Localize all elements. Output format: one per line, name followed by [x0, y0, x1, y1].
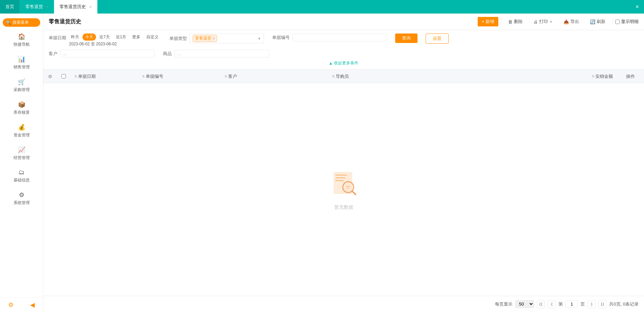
page-number-input[interactable] [566, 300, 578, 308]
settings-button[interactable]: 设置 [426, 34, 449, 44]
table-container: ⚙ ⇅ 单据日期 ⇅ 单据编号 ⇅ 客户 ⇅ [43, 70, 644, 296]
table-header: ⚙ ⇅ 单据日期 ⇅ 单据编号 ⇅ 客户 ⇅ [43, 70, 644, 83]
page-title: 零售退货历史 [49, 18, 81, 25]
tab-home[interactable]: 首页 [0, 0, 20, 14]
page-prev-button[interactable]: ⟨ [548, 300, 556, 308]
goods-filter-group: 商品 ... [163, 50, 269, 58]
menu-bottom-button[interactable]: ◀ [30, 301, 35, 309]
date-filter-label: 单据日期 [49, 34, 66, 42]
search-menu-label: 搜索菜单 [13, 20, 29, 25]
sidebar-item-label: 基础信息 [14, 177, 30, 183]
close-retail-return[interactable]: × [46, 5, 48, 9]
empty-icon-svg [329, 169, 359, 199]
sidebar-item-finance-mgmt[interactable]: 💰 资金管理 [0, 119, 43, 142]
collapse-up-icon: ▲ [329, 61, 333, 66]
date-btn-more[interactable]: 更多 [129, 34, 143, 41]
collapse-button[interactable]: ▲ 收起更多条件 [329, 60, 359, 66]
sidebar-item-system-mgmt[interactable]: ⚙ 系统管理 [0, 187, 43, 210]
date-btn-yesterday[interactable]: 昨天 [68, 34, 82, 41]
sidebar-item-label: 库存核算 [14, 110, 30, 115]
system-mgmt-icon: ⚙ [19, 191, 24, 199]
page-next-button[interactable]: ⟩ [588, 300, 596, 308]
refresh-button[interactable]: 🔄 刷新 [586, 17, 610, 26]
select-all-checkbox[interactable] [62, 74, 66, 79]
tab-retail-return[interactable]: 零售退货 × [20, 0, 54, 14]
nav-items: 🏠 快捷导航 📊 销售管理 🛒 采购管理 📦 库存核算 💰 资金管理 📈 [0, 29, 43, 297]
svg-rect-7 [346, 186, 350, 187]
svg-rect-2 [335, 177, 345, 178]
window-close-button[interactable]: × [630, 0, 644, 14]
page-last-button[interactable]: ⟩⟩ [598, 300, 606, 308]
sidebar-item-purchase-mgmt[interactable]: 🛒 采购管理 [0, 74, 43, 97]
sidebar-item-label: 系统管理 [14, 200, 30, 206]
th-number: ⇅ 单据编号 [138, 71, 220, 82]
date-filter-options: 昨天 今天 近7天 近1月 更多 自定义 2023-06-02 至 2023-0… [68, 34, 161, 47]
inventory-icon: 📦 [18, 101, 25, 108]
search-menu-button[interactable]: 🔍 搜索菜单 [3, 18, 40, 27]
empty-text: 暂无数据 [334, 204, 353, 210]
finance-mgmt-icon: 💰 [18, 124, 25, 131]
sidebar-item-inventory[interactable]: 📦 库存核算 [0, 97, 43, 119]
sidebar-item-basic-info[interactable]: 🗂 基础信息 [0, 165, 43, 187]
type-filter-label: 单据类型 [169, 36, 187, 42]
type-filter-select[interactable]: 零售退货 × ▼ [190, 34, 264, 43]
query-button[interactable]: 查询 [395, 34, 418, 43]
type-tag-remove[interactable]: × [212, 36, 215, 41]
sidebar-item-quick-nav[interactable]: 🏠 快捷导航 [0, 29, 43, 51]
th-operation: 操作 [617, 71, 644, 82]
voucher-input[interactable] [292, 34, 387, 41]
date-btn-7days[interactable]: 近7天 [97, 34, 113, 41]
sidebar-item-label: 经营管理 [14, 155, 30, 161]
type-filter-group: 单据类型 零售退货 × ▼ [169, 34, 264, 43]
type-dropdown-icon: ▼ [257, 37, 261, 41]
sort-icon-number: ⇅ [142, 74, 145, 78]
th-amount: ⇅ 实销金额 [559, 71, 617, 82]
export-button[interactable]: 📤 导出 [559, 17, 583, 26]
delete-icon: 🗑 [508, 19, 512, 24]
delete-button[interactable]: 🗑 删除 [504, 17, 527, 26]
date-btn-custom[interactable]: 自定义 [144, 34, 161, 41]
goods-filter-label: 商品 [163, 51, 172, 57]
empty-illustration [329, 169, 359, 199]
print-icon: 🖨 [533, 19, 538, 24]
th-settings: ⚙ [43, 74, 57, 79]
print-button[interactable]: 🖨 打印 ▼ [529, 17, 557, 26]
sidebar: 🔍 搜索菜单 🏠 快捷导航 📊 销售管理 🛒 采购管理 📦 库存核算 [0, 14, 43, 312]
export-icon: 📤 [564, 19, 569, 24]
svg-rect-1 [335, 175, 347, 176]
sidebar-bottom: ⚙ ◀ [0, 297, 43, 312]
new-button[interactable]: + 新增 [478, 17, 498, 26]
svg-point-5 [344, 183, 352, 191]
page-label: 第 [558, 301, 563, 307]
sidebar-item-sales-mgmt[interactable]: 📊 销售管理 [0, 51, 43, 74]
customer-input[interactable]: ... [60, 50, 155, 58]
date-btn-today[interactable]: 今天 [82, 34, 96, 41]
page-first-button[interactable]: ⟨⟨ [537, 300, 545, 308]
customer-filter-label: 客户 [49, 51, 57, 57]
search-icon: 🔍 [6, 20, 11, 25]
table-body: 暂无数据 [43, 83, 644, 296]
total-info: 共0页, 0条记录 [609, 301, 639, 307]
close-retail-return-history[interactable]: × [89, 5, 91, 9]
tab-retail-return-history[interactable]: 零售退货历史 × [54, 0, 97, 14]
refresh-icon: 🔄 [590, 19, 595, 24]
th-date: ⇅ 单据日期 [70, 71, 138, 82]
per-page-select[interactable]: 50 10 20 100 [515, 300, 534, 308]
filter-area: 单据日期 昨天 今天 近7天 近1月 更多 自定义 2023-06-02 至 2… [43, 30, 644, 70]
main-content: 零售退货历史 + 新增 🗑 删除 🖨 打印 ▼ 📤 导出 [43, 14, 644, 312]
date-range-display: 2023-06-02 至 2023-06-02 [68, 41, 161, 47]
date-btn-1month[interactable]: 近1月 [113, 34, 129, 41]
settings-icon[interactable]: ⚙ [48, 74, 52, 79]
main-layout: 🔍 搜索菜单 🏠 快捷导航 📊 销售管理 🛒 采购管理 📦 库存核算 [0, 14, 644, 312]
sidebar-item-operation-mgmt[interactable]: 📈 经营管理 [0, 142, 43, 165]
voucher-filter-group: 单据编号 [272, 34, 387, 41]
sidebar-item-label: 采购管理 [14, 87, 30, 93]
settings-bottom-button[interactable]: ⚙ [8, 301, 14, 309]
divider-2 [612, 19, 613, 25]
goods-input[interactable]: ... [174, 50, 269, 58]
show-detail-checkbox[interactable] [615, 20, 620, 24]
show-detail-label: 显示明细 [621, 19, 639, 25]
customer-filter-group: 客户 ... [49, 50, 155, 58]
voucher-filter-label: 单据编号 [272, 35, 290, 41]
divider-1 [501, 19, 501, 25]
